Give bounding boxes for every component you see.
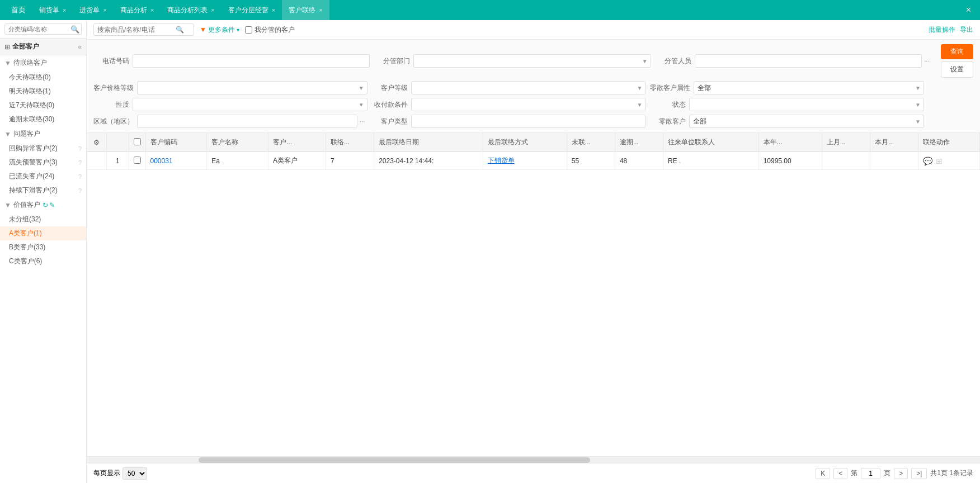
row-last-contact-date-cell: 2023-04-12 14:44: [374, 152, 483, 170]
edit-icon[interactable]: ✎ [49, 201, 55, 209]
per-page-select[interactable]: 50 [123, 467, 147, 480]
nav-home[interactable]: 首页 [4, 0, 32, 20]
dept-select[interactable] [413, 54, 651, 68]
close-product-list-icon[interactable]: × [211, 7, 214, 13]
col-cust-type[interactable]: 客户... [268, 133, 326, 152]
nature-select[interactable] [133, 98, 368, 111]
nav-product-list[interactable]: 商品分析列表 × [161, 0, 221, 20]
nav-customer-tier[interactable]: 客户分层经营 × [222, 0, 282, 20]
sidebar-search-icon[interactable]: 🔍 [70, 25, 79, 34]
col-no-contact[interactable]: 未联... [567, 133, 615, 152]
nav-sales[interactable]: 销货单 × [32, 0, 73, 20]
first-page-btn[interactable]: K [816, 468, 830, 479]
export-btn[interactable]: 导出 [960, 25, 973, 35]
col-action[interactable]: 联络动作 [918, 133, 980, 152]
sidebar-item-churn-warning[interactable]: 流失预警客户(3) ? [0, 155, 86, 169]
row-index-cell: 1 [106, 152, 129, 170]
col-checkbox[interactable] [129, 133, 145, 152]
sidebar-item-tomorrow[interactable]: 明天待联络(1) [0, 84, 86, 98]
contact-icon[interactable]: 💬 [923, 157, 932, 165]
filter-row-4: 区域（地区） ··· 客户类型 零散客户 全部 ▼ [93, 115, 973, 128]
page-end-label: 页 [884, 468, 891, 478]
sidebar-item-class-a[interactable]: A类客户(1) [0, 226, 86, 240]
row-last-contact-method-cell[interactable]: 下销货单 [483, 152, 567, 170]
col-last-month[interactable]: 上月... [822, 133, 870, 152]
prev-page-btn[interactable]: < [833, 468, 847, 479]
person-input[interactable] [695, 54, 922, 68]
price-level-select[interactable] [137, 81, 368, 94]
per-page-label: 每页显示 [93, 468, 120, 478]
horizontal-scrollbar[interactable] [87, 456, 980, 463]
col-cust-name[interactable]: 客户名称 [207, 133, 268, 152]
col-overdue[interactable]: 逾期... [615, 133, 663, 152]
filter-bar: 🔍 ▼ 更多条件 ▾ 我分管的客户 批量操作 导出 [87, 20, 980, 40]
query-button[interactable]: 查询 [941, 44, 973, 59]
col-unit-contact[interactable]: 往来单位联系人 [663, 133, 759, 152]
select-all-checkbox[interactable] [134, 138, 141, 145]
all-customers-title: 全部客户 [12, 42, 76, 51]
region-dots-icon[interactable]: ··· [357, 117, 368, 125]
sidebar-item-class-b[interactable]: B类客户(33) [0, 240, 86, 254]
sidebar-item-declining[interactable]: 持续下滑客户(2) ? [0, 183, 86, 197]
sidebar-item-churned[interactable]: 已流失客户(24) ? [0, 169, 86, 183]
cust-level-select[interactable] [411, 81, 646, 94]
row-cust-code-cell[interactable]: 000031 [145, 152, 207, 170]
nav-product-analysis[interactable]: 商品分析 × [114, 0, 161, 20]
my-customers-checkbox[interactable] [245, 26, 252, 34]
col-this-month[interactable]: 本月... [870, 133, 918, 152]
sidebar-item-repurchase-abnormal[interactable]: 回购异常客户(2) ? [0, 141, 86, 155]
my-customers-checkbox-container: 我分管的客户 [245, 25, 295, 35]
status-select[interactable] [689, 98, 924, 111]
group-problem-customers[interactable]: ▼ 问题客户 [0, 126, 86, 141]
col-settings[interactable]: ⚙ [87, 133, 106, 152]
page-input[interactable] [861, 468, 880, 479]
close-all-tabs[interactable]: × [962, 5, 976, 15]
last-page-btn[interactable]: >| [911, 468, 927, 479]
filter-search-icon[interactable]: 🔍 [176, 26, 184, 34]
close-sales-icon[interactable]: × [63, 7, 66, 13]
qr-icon[interactable]: ⊞ [936, 157, 943, 165]
sidebar-collapse-icon[interactable]: « [78, 43, 82, 51]
pagination: K < 第 页 > >| 共1页 1条记录 [816, 468, 973, 479]
payment-field: 收付款条件 ▼ [372, 98, 646, 111]
cust-type-input[interactable] [411, 115, 646, 128]
sidebar-item-overdue[interactable]: 逾期未联络(30) [0, 112, 86, 126]
next-page-btn[interactable]: > [894, 468, 908, 479]
row-checkbox[interactable] [134, 157, 141, 164]
col-contact[interactable]: 联络... [326, 133, 374, 152]
group-value-customers[interactable]: ▼ 价值客户 ↻ ✎ [0, 197, 86, 212]
sidebar-item-7days[interactable]: 近7天待联络(0) [0, 98, 86, 112]
retail-attr-wrapper: 全部 ▼ [694, 81, 924, 94]
region-input[interactable] [137, 115, 357, 128]
sidebar-item-ungrouped[interactable]: 未分组(32) [0, 212, 86, 226]
nature-field: 性质 ▼ [93, 98, 368, 111]
nav-purchase[interactable]: 进货单 × [73, 0, 113, 20]
close-customer-contact-icon[interactable]: × [319, 7, 322, 13]
nav-customer-contact[interactable]: 客户联络 × [282, 0, 329, 20]
close-customer-tier-icon[interactable]: × [272, 7, 275, 13]
help-icon-4: ? [78, 187, 82, 194]
scrollbar-thumb[interactable] [199, 457, 590, 463]
col-cust-code[interactable]: 客户编码 [145, 133, 207, 152]
settings-button[interactable]: 设置 [941, 61, 973, 78]
payment-select[interactable] [411, 98, 646, 111]
close-purchase-icon[interactable]: × [103, 7, 106, 13]
retail-select[interactable]: 全部 [689, 115, 924, 128]
person-dots-icon[interactable]: ··· [922, 57, 932, 65]
sidebar-item-class-c[interactable]: C类客户(6) [0, 254, 86, 268]
refresh-icon[interactable]: ↻ [43, 201, 48, 209]
arrow-down-icon-2: ▼ [4, 130, 11, 138]
more-filters-btn[interactable]: ▼ 更多条件 ▾ [200, 25, 239, 35]
close-product-analysis-icon[interactable]: × [150, 7, 154, 13]
phone-input[interactable] [133, 54, 370, 68]
sidebar-item-today[interactable]: 今天待联络(0) [0, 70, 86, 84]
col-last-contact-method[interactable]: 最后联络方式 [483, 133, 567, 152]
filter-search-input[interactable] [97, 26, 176, 34]
col-this-year[interactable]: 本年... [758, 133, 822, 152]
retail-attr-select[interactable]: 全部 [694, 81, 924, 94]
retail-label: 零散客户 [650, 117, 689, 126]
col-last-contact-date[interactable]: 最后联络日期 [374, 133, 483, 152]
filter-actions: 批量操作 导出 [929, 25, 973, 35]
group-pending-contact[interactable]: ▼ 待联络客户 [0, 55, 86, 70]
batch-op-btn[interactable]: 批量操作 [929, 25, 955, 35]
